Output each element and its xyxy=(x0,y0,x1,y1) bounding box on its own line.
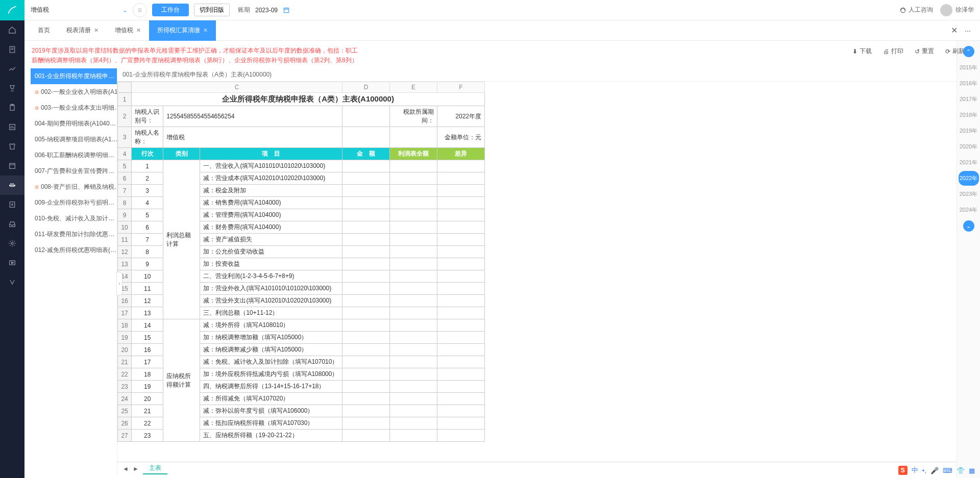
form-item[interactable]: 004-期间费用明细表(A1040… xyxy=(31,116,117,132)
cell-diff[interactable] xyxy=(437,209,485,221)
cell-amount[interactable] xyxy=(342,270,390,283)
cell-amount[interactable] xyxy=(342,332,390,344)
cell-pl[interactable] xyxy=(390,258,437,270)
cell-amount[interactable] xyxy=(342,221,390,234)
cell-pl[interactable] xyxy=(390,405,437,417)
sheet-tab-prev[interactable]: ◄ xyxy=(122,465,129,472)
nav-tshirt-icon[interactable] xyxy=(0,137,24,156)
cell-diff[interactable] xyxy=(437,356,485,368)
cell-diff[interactable] xyxy=(437,160,485,172)
form-item[interactable]: ⊘002-一般企业收入明细表(A1… xyxy=(31,84,117,100)
cell-diff[interactable] xyxy=(437,234,485,246)
cell-amount[interactable] xyxy=(342,283,390,295)
cell-diff[interactable] xyxy=(437,258,485,270)
cell-pl[interactable] xyxy=(390,209,437,221)
cell-amount[interactable] xyxy=(342,368,390,381)
nav-report-icon[interactable] xyxy=(0,117,24,137)
year-2022年[interactable]: 2022年 xyxy=(959,171,979,186)
year-2017年[interactable]: 2017年 xyxy=(959,92,979,107)
year-2024年[interactable]: 2024年 xyxy=(959,203,979,217)
period-value[interactable]: 2023-09 xyxy=(255,7,278,14)
reset-button[interactable]: ↺ 重置 xyxy=(915,47,934,56)
ime-keyboard-icon[interactable]: ⌨ xyxy=(943,467,952,474)
sheet-tab-next[interactable]: ► xyxy=(133,465,139,472)
cell-amount[interactable] xyxy=(342,197,390,209)
tab-首页[interactable]: 首页 xyxy=(30,20,58,41)
panel-close-icon[interactable]: ✕ ⋯ xyxy=(947,26,975,35)
cell-diff[interactable] xyxy=(437,185,485,197)
nav-calendar-icon[interactable] xyxy=(0,156,24,175)
nav-export-icon[interactable] xyxy=(0,195,24,214)
cell-diff[interactable] xyxy=(437,405,485,417)
company-select[interactable]: 增值税 ⌄ xyxy=(31,6,128,14)
cell-pl[interactable] xyxy=(390,393,437,405)
year-2020年[interactable]: 2020年 xyxy=(959,139,979,154)
cell-pl[interactable] xyxy=(390,430,437,442)
print-button[interactable]: 🖨 打印 xyxy=(883,47,903,56)
cell-pl[interactable] xyxy=(390,332,437,344)
cell-diff[interactable] xyxy=(437,221,485,234)
cell-amount[interactable] xyxy=(342,246,390,258)
cell-amount[interactable] xyxy=(342,160,390,172)
consult-button[interactable]: 人工咨询 xyxy=(899,6,933,14)
cell-pl[interactable] xyxy=(390,234,437,246)
ime-lang[interactable]: 中 xyxy=(912,466,918,475)
nav-inbox-icon[interactable] xyxy=(0,214,24,234)
ime-skin-icon[interactable]: 👕 xyxy=(957,467,965,474)
cell-amount[interactable] xyxy=(342,381,390,393)
year-2018年[interactable]: 2018年 xyxy=(959,108,979,122)
user-menu[interactable]: 徐泽华 xyxy=(940,4,974,16)
cell-pl[interactable] xyxy=(390,246,437,258)
cell-amount[interactable] xyxy=(342,172,390,185)
cell-diff[interactable] xyxy=(437,430,485,442)
year-down-icon[interactable]: ⌄ xyxy=(963,220,974,232)
ime-punct-icon[interactable]: •, xyxy=(922,467,926,474)
cell-pl[interactable] xyxy=(390,283,437,295)
cell-amount[interactable] xyxy=(342,405,390,417)
cell-pl[interactable] xyxy=(390,417,437,430)
form-item[interactable]: 001-企业所得税年度纳税申… xyxy=(31,68,117,84)
form-item[interactable]: 010-免税、减计收入及加计… xyxy=(31,211,117,227)
cell-diff[interactable] xyxy=(437,344,485,356)
form-item[interactable]: 011-研发费用加计扣除优惠… xyxy=(31,227,117,242)
cell-diff[interactable] xyxy=(437,381,485,393)
collapse-handle[interactable]: ‹ xyxy=(116,272,122,295)
cell-diff[interactable] xyxy=(437,270,485,283)
ime-logo-icon[interactable]: S xyxy=(898,466,908,475)
cell-amount[interactable] xyxy=(342,307,390,319)
cell-amount[interactable] xyxy=(342,295,390,307)
form-item[interactable]: 007-广告费和业务宣传费跨… xyxy=(31,163,117,179)
cell-pl[interactable] xyxy=(390,185,437,197)
form-item[interactable]: 006-职工薪酬纳税调整明细… xyxy=(31,147,117,163)
download-button[interactable]: ⬇ 下载 xyxy=(852,47,872,56)
cell-amount[interactable] xyxy=(342,356,390,368)
cell-amount[interactable] xyxy=(342,417,390,430)
year-2015年[interactable]: 2015年 xyxy=(959,60,979,75)
tab-所得税汇算清缴[interactable]: 所得税汇算清缴✕ xyxy=(149,20,216,41)
sheet-tab-main[interactable]: 主表 xyxy=(143,463,167,474)
workbench-button[interactable]: 工作台 xyxy=(152,4,189,16)
ime-menu-icon[interactable]: ▦ xyxy=(969,467,975,474)
year-2021年[interactable]: 2021年 xyxy=(959,155,979,170)
form-item[interactable]: 005-纳税调整项目明细表(A1… xyxy=(31,132,117,147)
form-item[interactable]: ⊘003-一般企业成本支出明细… xyxy=(31,100,117,116)
cell-pl[interactable] xyxy=(390,270,437,283)
cell-diff[interactable] xyxy=(437,332,485,344)
nav-doc-icon[interactable] xyxy=(0,40,24,59)
year-2016年[interactable]: 2016年 xyxy=(959,76,979,91)
nav-money-icon[interactable] xyxy=(0,79,24,98)
tab-税表清册[interactable]: 税表清册✕ xyxy=(58,20,107,41)
cell-diff[interactable] xyxy=(437,295,485,307)
cell-pl[interactable] xyxy=(390,197,437,209)
cell-diff[interactable] xyxy=(437,246,485,258)
cell-diff[interactable] xyxy=(437,319,485,332)
cell-pl[interactable] xyxy=(390,172,437,185)
tab-增值税[interactable]: 增值税✕ xyxy=(107,20,149,41)
cell-amount[interactable] xyxy=(342,209,390,221)
cell-amount[interactable] xyxy=(342,344,390,356)
cell-pl[interactable] xyxy=(390,381,437,393)
cell-diff[interactable] xyxy=(437,307,485,319)
refresh-button[interactable]: ⟳ 刷新 xyxy=(945,47,965,56)
cell-diff[interactable] xyxy=(437,368,485,381)
close-icon[interactable]: ✕ xyxy=(94,27,99,34)
